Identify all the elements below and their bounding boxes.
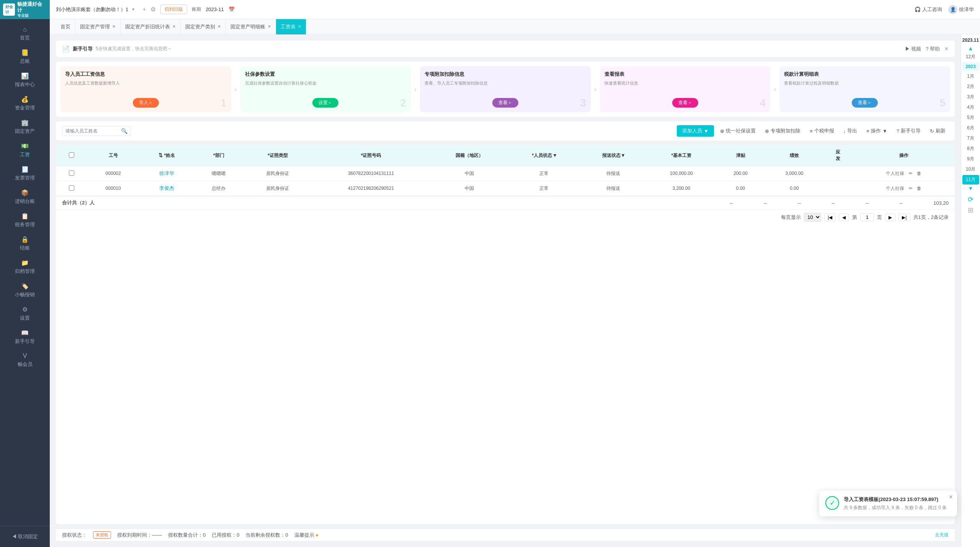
sidebar-item-home[interactable]: ⌂ 首页 — [0, 22, 50, 45]
sidebar-item-settings[interactable]: ⚙ 设置 — [0, 302, 50, 325]
calendar-month-4[interactable]: 4月 — [962, 103, 979, 112]
refresh-action[interactable]: ↻ 刷新 — [927, 126, 949, 136]
export-action[interactable]: ↓ 导出 — [840, 126, 861, 136]
sidebar-item-tax[interactable]: 📋 税务管理 — [0, 209, 50, 232]
step-4-btn[interactable]: 查看＞ — [672, 98, 698, 108]
tax-report-action[interactable]: ≡ 个税申报 — [807, 126, 837, 136]
calendar-down-btn[interactable]: ▼ — [968, 185, 973, 191]
step-5-btn[interactable]: 查看＞ — [852, 98, 878, 108]
close-tab-fixed-detail[interactable]: ✕ — [268, 24, 271, 29]
add-person-btn[interactable]: 添加人员 ▼ — [677, 125, 714, 137]
delete-op[interactable]: 🗑 — [917, 171, 921, 176]
prev-page-btn[interactable]: ◀ — [839, 214, 849, 221]
wizard-help-btn[interactable]: ? 帮助 — [926, 46, 940, 52]
calendar-month-1[interactable]: 1月 — [962, 72, 979, 81]
calendar-month-2[interactable]: 2月 — [962, 82, 979, 91]
calendar-month-3[interactable]: 3月 — [962, 92, 979, 102]
sidebar-item-general-ledger[interactable]: 📒 总账 — [0, 45, 50, 69]
go-charge-btn[interactable]: 去充值 — [935, 532, 949, 538]
close-tab-fixed-category[interactable]: ✕ — [217, 24, 221, 29]
calendar-month-11-current[interactable]: 11月 — [962, 175, 979, 185]
close-tab-fixed-depreciation[interactable]: ✕ — [172, 24, 176, 29]
allowance-cell: 0.00 — [716, 181, 766, 196]
search-icon[interactable]: 🔍 — [121, 128, 127, 134]
add-account-btn[interactable]: ＋ — [141, 5, 147, 13]
sidebar-item-stock[interactable]: 📦 进销台账 — [0, 185, 50, 209]
step-1-btn[interactable]: 导入＞ — [133, 98, 159, 108]
tab-fixed-assets[interactable]: 固定资产管理 ✕ — [75, 19, 121, 34]
sidebar-item-close[interactable]: 🔒 结账 — [0, 232, 50, 255]
select-all-checkbox[interactable] — [69, 152, 74, 158]
sidebar-item-expense[interactable]: 🏷️ 小畅报销 — [0, 279, 50, 302]
col-name[interactable]: ⇅ *姓名 — [139, 145, 194, 166]
cancel-fixed-btn[interactable]: ◀ 取消固定 — [0, 530, 50, 543]
page-body: 📄 新手引导 5步快速完成设置，快去完善信息吧～ ▶ 视频 ? 帮助 ✕ — [50, 34, 980, 547]
period-calendar-icon[interactable]: 📅 — [229, 7, 235, 12]
account-dropdown-arrow[interactable]: ▼ — [131, 7, 135, 11]
guide-action[interactable]: ? 新手引导 — [893, 126, 924, 136]
calendar-month-12-prev[interactable]: 12月 — [962, 52, 979, 62]
row-select-checkbox[interactable] — [69, 185, 74, 191]
sidebar-item-salary[interactable]: 💵 工资 — [0, 139, 50, 162]
page-size-select[interactable]: 10 20 50 — [804, 213, 821, 222]
calendar-up-btn[interactable]: ▲ — [968, 45, 973, 51]
calendar-month-9[interactable]: 9月 — [962, 154, 979, 164]
operation-action[interactable]: ≡ 操作 ▼ — [863, 126, 890, 136]
sidebar-item-archive[interactable]: 📁 归档管理 — [0, 255, 50, 279]
search-input[interactable] — [65, 128, 119, 134]
sidebar-item-new-guide[interactable]: 📖 新手引导 — [0, 325, 50, 349]
calendar-grid-icon[interactable]: ⊞ — [968, 206, 973, 214]
sidebar-item-label: 归档管理 — [15, 268, 35, 275]
step-3-btn[interactable]: 查看＞ — [492, 98, 518, 108]
consultation-btn[interactable]: 🎧 人工咨询 — [915, 6, 942, 13]
first-page-btn[interactable]: |◀ — [824, 214, 836, 221]
last-page-btn[interactable]: ▶| — [898, 214, 910, 221]
calendar-month-10[interactable]: 10月 — [962, 165, 979, 174]
calendar-month-6[interactable]: 6月 — [962, 123, 979, 133]
col-checkbox — [56, 145, 87, 166]
settings-gear-icon[interactable]: ⚙ — [150, 6, 156, 13]
tab-fixed-depreciation[interactable]: 固定资产折旧统计表 ✕ — [121, 19, 181, 34]
edit-op[interactable]: ✏ — [909, 186, 913, 191]
special-deduction-action[interactable]: ⊕ 专项附加扣除 — [762, 126, 804, 136]
sidebar-item-funds[interactable]: 💰 资金管理 — [0, 92, 50, 115]
social-insurance-op[interactable]: 个人社保 — [886, 171, 904, 176]
col-emp-no[interactable]: 工号 — [87, 145, 139, 166]
ops-cell: 个人社保 ✏ 🗑 — [853, 166, 955, 181]
calendar-month-8[interactable]: 8月 — [962, 144, 979, 153]
sidebar-item-fixed-assets[interactable]: 🏢 固定资产 — [0, 115, 50, 139]
calendar-sync-icon[interactable]: ⟳ — [968, 195, 973, 204]
edit-op[interactable]: ✏ — [909, 171, 913, 176]
step-arrow-2: › — [411, 66, 420, 112]
wizard-video-btn[interactable]: ▶ 视频 — [905, 46, 921, 52]
calendar-year-2023[interactable]: 2023 — [962, 62, 979, 71]
wizard-close-btn[interactable]: ✕ — [944, 46, 949, 52]
page-number-input[interactable] — [860, 213, 874, 221]
close-tab-salary[interactable]: ✕ — [298, 24, 301, 29]
row-select-checkbox[interactable] — [69, 170, 74, 176]
sidebar-item-reports[interactable]: 📊 报表中心 — [0, 69, 50, 92]
emp-name-link[interactable]: 徐泽华 — [159, 170, 174, 176]
tab-salary[interactable]: 工资表 ✕ — [276, 19, 306, 34]
social-insurance-op[interactable]: 个人社保 — [886, 186, 904, 191]
step-2-btn[interactable]: 设置＞ — [312, 98, 338, 108]
col-report-status[interactable]: 报送状态 ▾ — [580, 145, 647, 166]
tab-fixed-detail[interactable]: 固定资产明细账 ✕ — [226, 19, 276, 34]
close-tab-fixed-assets[interactable]: ✕ — [112, 24, 116, 29]
tab-fixed-category[interactable]: 固定资产类别 ✕ — [181, 19, 226, 34]
delete-op[interactable]: 🗑 — [917, 186, 921, 191]
toast-close-btn[interactable]: ✕ — [949, 494, 953, 500]
next-page-btn[interactable]: ▶ — [885, 214, 895, 221]
switch-version-btn[interactable]: 切到旧版 — [160, 5, 187, 14]
status-filter-icon[interactable]: ▾ — [554, 152, 556, 158]
emp-name-link[interactable]: 李俊杰 — [159, 185, 174, 191]
calendar-month-5[interactable]: 5月 — [962, 113, 979, 122]
sidebar-item-member[interactable]: V 畅会员 — [0, 349, 50, 372]
user-info[interactable]: 👤 徐泽华 — [948, 5, 974, 14]
report-filter-icon[interactable]: ▾ — [622, 152, 624, 158]
tab-home[interactable]: 首页 — [56, 19, 75, 34]
calendar-month-7[interactable]: 7月 — [962, 134, 979, 143]
col-status[interactable]: *人员状态 ▾ — [508, 145, 580, 166]
social-insurance-action[interactable]: ⊕ 统一社保设置 — [717, 126, 759, 136]
sidebar-item-invoice[interactable]: 🧾 发票管理 — [0, 162, 50, 185]
